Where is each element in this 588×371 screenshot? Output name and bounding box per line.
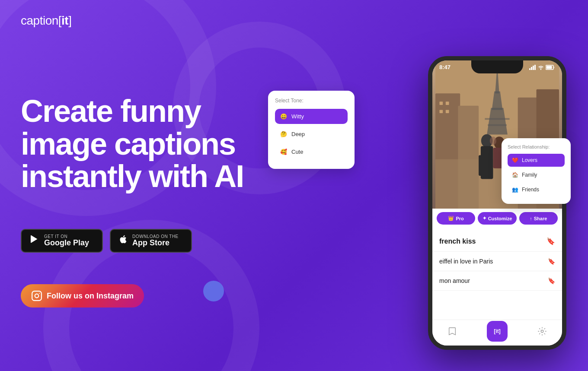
- svg-rect-16: [440, 110, 443, 113]
- phone-action-bar: 👑 Pro ✦ Customize ↑ Share: [432, 209, 562, 228]
- nav-bookmark-icon[interactable]: [447, 327, 457, 336]
- logo-text: caption: [21, 14, 58, 27]
- relationship-card: Select Relationship: ❤️ Lovers 🏠 Family …: [502, 138, 571, 204]
- tone-card-title: Select Tone:: [275, 98, 348, 104]
- svg-point-1: [35, 294, 39, 298]
- google-play-icon: [29, 234, 40, 247]
- svg-rect-8: [546, 66, 552, 69]
- logo: caption[it]: [21, 14, 71, 28]
- caption-text-2: eiffel in love in Paris: [439, 258, 493, 265]
- blue-dot: [203, 281, 224, 301]
- wifi-icon: [538, 65, 544, 70]
- status-time: 8:47: [439, 64, 451, 70]
- logo-bracket-open: [: [58, 14, 61, 27]
- app-store-text: Download on the App Store: [132, 234, 179, 247]
- share-label: Share: [534, 216, 547, 221]
- witty-emoji: 😄: [280, 113, 287, 120]
- svg-rect-21: [485, 118, 509, 120]
- svg-rect-4: [531, 67, 532, 70]
- customize-button[interactable]: ✦ Customize: [478, 212, 516, 225]
- signal-icon: [529, 65, 536, 70]
- family-label: Family: [522, 172, 537, 178]
- app-store-button[interactable]: Download on the App Store: [110, 229, 192, 253]
- svg-rect-6: [534, 65, 536, 70]
- customize-icon: ✦: [483, 216, 486, 221]
- svg-rect-5: [533, 66, 534, 70]
- deep-emoji: 🤔: [280, 131, 287, 137]
- phone-nav-bar: [it]: [432, 320, 562, 346]
- tone-option-deep[interactable]: 🤔 Deep: [275, 127, 348, 142]
- family-icon: 🏠: [512, 172, 518, 178]
- bookmark-icon-3[interactable]: 🔖: [548, 277, 555, 284]
- svg-rect-3: [529, 68, 530, 70]
- logo-bracket-close: ]: [68, 14, 71, 27]
- instagram-icon: [31, 290, 42, 301]
- svg-rect-22: [488, 124, 507, 126]
- pro-label: Pro: [456, 216, 463, 221]
- relationship-card-title: Select Relationship:: [508, 144, 565, 149]
- phone-container: Select Tone: 😄 Witty 🤔 Deep 🥰 Cute Selec…: [264, 22, 575, 367]
- instagram-label: Follow us on Instagram: [47, 292, 134, 301]
- customize-label: Customize: [488, 216, 512, 221]
- caption-item-1[interactable]: french kiss 🔖: [432, 231, 562, 252]
- nav-home-button[interactable]: [it]: [487, 321, 508, 342]
- nav-settings-icon[interactable]: [537, 327, 547, 336]
- friends-icon: 👥: [512, 187, 518, 193]
- hero-headline: Create funny image captions instantly wi…: [21, 95, 289, 193]
- svg-rect-14: [440, 101, 443, 105]
- svg-rect-0: [32, 291, 42, 301]
- deep-label: Deep: [291, 131, 305, 137]
- header: caption[it]: [21, 14, 71, 28]
- relationship-option-family[interactable]: 🏠 Family: [508, 168, 565, 181]
- nav-logo-icon: [it]: [494, 328, 500, 334]
- caption-text-1: french kiss: [439, 238, 476, 245]
- svg-point-2: [39, 293, 40, 294]
- cute-emoji: 🥰: [280, 149, 287, 155]
- svg-rect-17: [446, 110, 449, 113]
- google-play-button[interactable]: GET IT ON Google Play: [21, 229, 103, 253]
- download-buttons: GET IT ON Google Play Download on the Ap…: [21, 229, 192, 253]
- hero-section: Create funny image captions instantly wi…: [21, 95, 289, 193]
- relationship-option-lovers[interactable]: ❤️ Lovers: [508, 154, 565, 167]
- google-play-line2: Google Play: [44, 239, 89, 247]
- pro-crown-icon: 👑: [448, 216, 454, 221]
- friends-label: Friends: [522, 187, 539, 193]
- pro-button[interactable]: 👑 Pro: [437, 212, 475, 225]
- instagram-button[interactable]: Follow us on Instagram: [21, 284, 144, 308]
- lovers-label: Lovers: [522, 157, 537, 163]
- share-button[interactable]: ↑ Share: [519, 212, 558, 225]
- relationship-option-friends[interactable]: 👥 Friends: [508, 183, 565, 196]
- caption-text-3: mon amour: [439, 277, 470, 284]
- tone-option-cute[interactable]: 🥰 Cute: [275, 144, 348, 159]
- caption-list: french kiss 🔖 eiffel in love in Paris 🔖 …: [432, 231, 562, 320]
- bookmark-icon-1[interactable]: 🔖: [546, 237, 555, 245]
- svg-rect-26: [479, 155, 483, 176]
- svg-rect-15: [446, 101, 449, 105]
- share-icon: ↑: [530, 216, 532, 221]
- tone-card: Select Tone: 😄 Witty 🤔 Deep 🥰 Cute: [268, 91, 355, 169]
- caption-item-2[interactable]: eiffel in love in Paris 🔖: [432, 252, 562, 271]
- cute-label: Cute: [291, 149, 303, 155]
- svg-point-29: [490, 136, 496, 145]
- caption-item-3[interactable]: mon amour 🔖: [432, 271, 562, 291]
- bookmark-icon-2[interactable]: 🔖: [548, 258, 555, 265]
- apple-icon: [118, 234, 128, 247]
- app-store-line2: App Store: [132, 239, 179, 247]
- logo-it: it: [61, 14, 68, 27]
- svg-point-30: [541, 330, 544, 333]
- status-icons: [529, 65, 555, 70]
- lovers-icon: ❤️: [512, 157, 518, 163]
- phone-status-bar: 8:47: [439, 64, 555, 70]
- battery-icon: [546, 65, 555, 70]
- tone-option-witty[interactable]: 😄 Witty: [275, 109, 348, 124]
- google-play-text: GET IT ON Google Play: [44, 234, 89, 247]
- witty-label: Witty: [291, 113, 304, 120]
